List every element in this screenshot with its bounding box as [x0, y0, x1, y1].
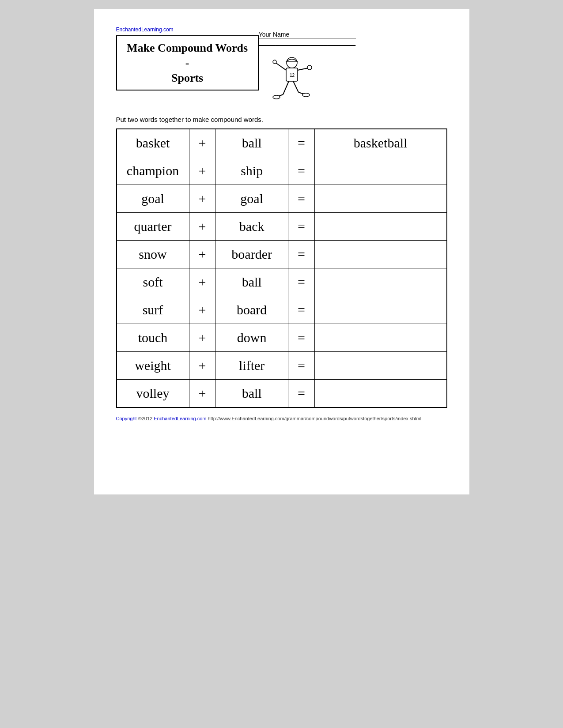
plus-cell: +	[189, 129, 215, 157]
table-row: champion+ship=	[117, 157, 447, 185]
plus-cell: +	[189, 324, 215, 352]
table-row: weight+lifter=	[117, 352, 447, 380]
result-cell	[314, 157, 446, 185]
word2-cell: ball	[215, 268, 288, 296]
eq-cell: =	[288, 213, 314, 241]
table-row: soft+ball=	[117, 268, 447, 296]
svg-line-10	[293, 81, 299, 92]
word2-cell: lifter	[215, 352, 288, 380]
word1-cell: snow	[117, 241, 189, 268]
plus-cell: +	[189, 241, 215, 268]
eq-cell: =	[288, 268, 314, 296]
result-cell	[314, 352, 446, 380]
plus-cell: +	[189, 268, 215, 296]
eq-cell: =	[288, 157, 314, 185]
result-cell	[314, 268, 446, 296]
table-row: surf+board=	[117, 296, 447, 324]
result-cell	[314, 241, 446, 268]
right-header: Your Name____________________________ 12	[259, 31, 447, 108]
plus-cell: +	[189, 213, 215, 241]
instructions-text: Put two words together to make compound …	[116, 116, 447, 123]
plus-cell: +	[189, 352, 215, 380]
word2-cell: ball	[215, 129, 288, 157]
copyright-link[interactable]: Copyright	[116, 416, 138, 421]
table-row: touch+down=	[117, 324, 447, 352]
plus-cell: +	[189, 380, 215, 408]
svg-point-12	[273, 95, 280, 99]
word1-cell: champion	[117, 157, 189, 185]
your-name-line: Your Name____________________________	[259, 31, 447, 46]
result-cell	[314, 296, 446, 324]
enchanted-url-top: EnchantedLearning.com	[116, 26, 174, 33]
svg-line-8	[283, 81, 289, 94]
eq-cell: =	[288, 296, 314, 324]
table-row: snow+boarder=	[117, 241, 447, 268]
eq-cell: =	[288, 380, 314, 408]
enchanted-url-bottom[interactable]: EnchantedLearning.com	[154, 416, 208, 421]
eq-cell: =	[288, 185, 314, 213]
eq-cell: =	[288, 324, 314, 352]
worksheet-page: EnchantedLearning.com Make Compound Word…	[94, 9, 469, 494]
word2-cell: boarder	[215, 241, 288, 268]
player-figure: 12	[259, 55, 316, 108]
footer: Copyright ©2012 EnchantedLearning.com ht…	[116, 416, 447, 421]
word2-cell: ball	[215, 380, 288, 408]
svg-line-6	[298, 68, 308, 70]
plus-cell: +	[189, 296, 215, 324]
word2-cell: ship	[215, 157, 288, 185]
word1-cell: touch	[117, 324, 189, 352]
word2-cell: down	[215, 324, 288, 352]
result-cell	[314, 380, 446, 408]
table-row: basket+ball=basketball	[117, 129, 447, 157]
word1-cell: goal	[117, 185, 189, 213]
word2-cell: board	[215, 296, 288, 324]
svg-point-5	[273, 60, 276, 64]
table-row: volley+ball=	[117, 380, 447, 408]
left-header: EnchantedLearning.com Make Compound Word…	[116, 26, 259, 91]
svg-point-13	[302, 93, 310, 97]
result-cell: basketball	[314, 129, 446, 157]
top-section: EnchantedLearning.com Make Compound Word…	[116, 26, 447, 108]
result-cell	[314, 213, 446, 241]
table-row: goal+goal=	[117, 185, 447, 213]
word1-cell: weight	[117, 352, 189, 380]
svg-point-7	[307, 65, 312, 70]
word2-cell: goal	[215, 185, 288, 213]
eq-cell: =	[288, 241, 314, 268]
svg-line-4	[276, 63, 286, 70]
plus-cell: +	[189, 185, 215, 213]
table-row: quarter+back=	[117, 213, 447, 241]
eq-cell: =	[288, 129, 314, 157]
result-cell	[314, 324, 446, 352]
word1-cell: volley	[117, 380, 189, 408]
word1-cell: soft	[117, 268, 189, 296]
title-box: Make Compound Words - Sports	[116, 35, 259, 91]
svg-text:12: 12	[290, 73, 295, 78]
word2-cell: back	[215, 213, 288, 241]
word1-cell: surf	[117, 296, 189, 324]
word-table: basket+ball=basketballchampion+ship=goal…	[116, 128, 447, 408]
plus-cell: +	[189, 157, 215, 185]
eq-cell: =	[288, 352, 314, 380]
title-text: Make Compound Words - Sports	[126, 41, 249, 85]
word1-cell: basket	[117, 129, 189, 157]
word1-cell: quarter	[117, 213, 189, 241]
result-cell	[314, 185, 446, 213]
